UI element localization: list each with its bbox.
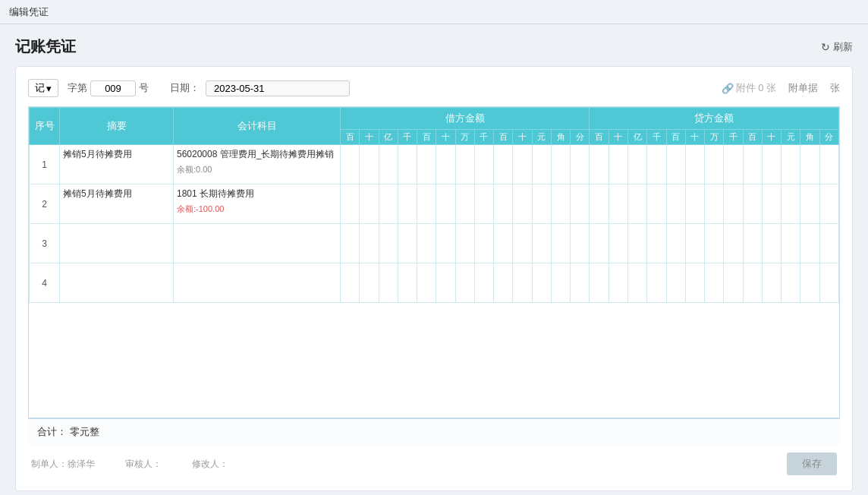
row-credit-0-3[interactable]: [647, 145, 666, 184]
row-credit-3-9[interactable]: [762, 263, 781, 303]
row-debit-1-11[interactable]: [551, 184, 570, 224]
row-debit-2-10[interactable]: [532, 224, 551, 263]
row-summary-1[interactable]: 摊销5月待摊费用: [60, 184, 174, 224]
row-debit-0-6[interactable]: [455, 145, 474, 184]
row-debit-3-6[interactable]: [455, 263, 474, 303]
row-debit-1-1[interactable]: [360, 184, 379, 224]
row-credit-0-8[interactable]: [743, 145, 762, 184]
row-debit-3-12[interactable]: [571, 263, 590, 303]
row-debit-0-8[interactable]: [494, 145, 513, 184]
row-credit-2-1[interactable]: [609, 224, 627, 263]
row-credit-0-9[interactable]: [762, 145, 781, 184]
row-debit-2-9[interactable]: [513, 224, 532, 263]
row-credit-1-6[interactable]: [705, 184, 724, 224]
save-button[interactable]: 保存: [787, 452, 837, 475]
row-summary-2[interactable]: [60, 224, 174, 263]
date-input[interactable]: [206, 80, 350, 96]
row-debit-1-6[interactable]: [455, 184, 474, 224]
row-debit-3-5[interactable]: [436, 263, 455, 303]
row-debit-3-9[interactable]: [513, 263, 532, 303]
row-debit-1-4[interactable]: [417, 184, 436, 224]
row-debit-1-10[interactable]: [532, 184, 551, 224]
row-debit-0-2[interactable]: [379, 145, 398, 184]
row-debit-0-9[interactable]: [513, 145, 532, 184]
row-credit-2-0[interactable]: [590, 224, 609, 263]
row-credit-0-1[interactable]: [609, 145, 627, 184]
row-debit-0-12[interactable]: [571, 145, 590, 184]
row-credit-1-2[interactable]: [627, 184, 646, 224]
row-debit-1-3[interactable]: [398, 184, 417, 224]
row-debit-2-7[interactable]: [474, 224, 493, 263]
row-credit-2-7[interactable]: [724, 224, 743, 263]
row-credit-3-12[interactable]: [819, 263, 838, 303]
row-credit-3-8[interactable]: [743, 263, 762, 303]
row-debit-2-4[interactable]: [417, 224, 436, 263]
row-account-0[interactable]: 56020008 管理费用_长期待摊费用摊销余额:0.00: [174, 145, 341, 184]
row-credit-2-9[interactable]: [762, 224, 781, 263]
row-credit-3-6[interactable]: [705, 263, 724, 303]
row-credit-1-7[interactable]: [724, 184, 743, 224]
row-debit-2-12[interactable]: [571, 224, 590, 263]
row-credit-2-4[interactable]: [666, 224, 685, 263]
row-credit-1-12[interactable]: [819, 184, 838, 224]
row-credit-2-5[interactable]: [685, 224, 704, 263]
row-debit-3-0[interactable]: [341, 263, 360, 303]
row-summary-0[interactable]: 摊销5月待摊费用: [60, 145, 174, 184]
row-credit-2-11[interactable]: [800, 224, 819, 263]
row-debit-2-0[interactable]: [341, 224, 360, 263]
row-debit-1-9[interactable]: [513, 184, 532, 224]
zi-number-input[interactable]: [90, 80, 136, 96]
row-debit-3-2[interactable]: [379, 263, 398, 303]
row-credit-1-10[interactable]: [782, 184, 800, 224]
prefix-dropdown[interactable]: 记 ▾: [28, 79, 58, 97]
row-summary-3[interactable]: [60, 263, 174, 303]
row-debit-1-7[interactable]: [474, 184, 493, 224]
row-debit-3-11[interactable]: [551, 263, 570, 303]
row-debit-0-4[interactable]: [417, 145, 436, 184]
row-credit-0-6[interactable]: [705, 145, 724, 184]
row-credit-3-1[interactable]: [609, 263, 627, 303]
row-credit-1-3[interactable]: [647, 184, 666, 224]
row-credit-2-2[interactable]: [627, 224, 646, 263]
row-debit-0-5[interactable]: [436, 145, 455, 184]
row-debit-3-1[interactable]: [360, 263, 379, 303]
row-credit-2-3[interactable]: [647, 224, 666, 263]
row-debit-0-1[interactable]: [360, 145, 379, 184]
row-debit-2-3[interactable]: [398, 224, 417, 263]
row-credit-2-6[interactable]: [705, 224, 724, 263]
row-credit-1-4[interactable]: [666, 184, 685, 224]
row-credit-1-5[interactable]: [685, 184, 704, 224]
row-debit-0-10[interactable]: [532, 145, 551, 184]
row-credit-3-5[interactable]: [685, 263, 704, 303]
row-credit-2-10[interactable]: [782, 224, 800, 263]
row-credit-3-10[interactable]: [782, 263, 800, 303]
row-account-2[interactable]: [174, 224, 341, 263]
row-credit-1-0[interactable]: [590, 184, 609, 224]
row-credit-3-2[interactable]: [627, 263, 646, 303]
row-credit-3-7[interactable]: [724, 263, 743, 303]
row-credit-0-5[interactable]: [685, 145, 704, 184]
row-credit-0-4[interactable]: [666, 145, 685, 184]
row-credit-0-0[interactable]: [590, 145, 609, 184]
row-debit-3-10[interactable]: [532, 263, 551, 303]
row-debit-2-2[interactable]: [379, 224, 398, 263]
row-debit-1-5[interactable]: [436, 184, 455, 224]
row-debit-1-2[interactable]: [379, 184, 398, 224]
row-credit-0-12[interactable]: [819, 145, 838, 184]
row-debit-2-8[interactable]: [494, 224, 513, 263]
row-debit-1-8[interactable]: [494, 184, 513, 224]
row-credit-1-11[interactable]: [800, 184, 819, 224]
row-credit-1-1[interactable]: [609, 184, 627, 224]
row-credit-3-0[interactable]: [590, 263, 609, 303]
row-debit-3-4[interactable]: [417, 263, 436, 303]
refresh-button[interactable]: ↻ 刷新: [821, 40, 853, 54]
row-debit-1-12[interactable]: [571, 184, 590, 224]
row-credit-0-11[interactable]: [800, 145, 819, 184]
row-debit-3-7[interactable]: [474, 263, 493, 303]
row-credit-3-4[interactable]: [666, 263, 685, 303]
row-credit-3-3[interactable]: [647, 263, 666, 303]
row-debit-0-3[interactable]: [398, 145, 417, 184]
row-debit-0-7[interactable]: [474, 145, 493, 184]
row-credit-2-8[interactable]: [743, 224, 762, 263]
row-debit-3-8[interactable]: [494, 263, 513, 303]
